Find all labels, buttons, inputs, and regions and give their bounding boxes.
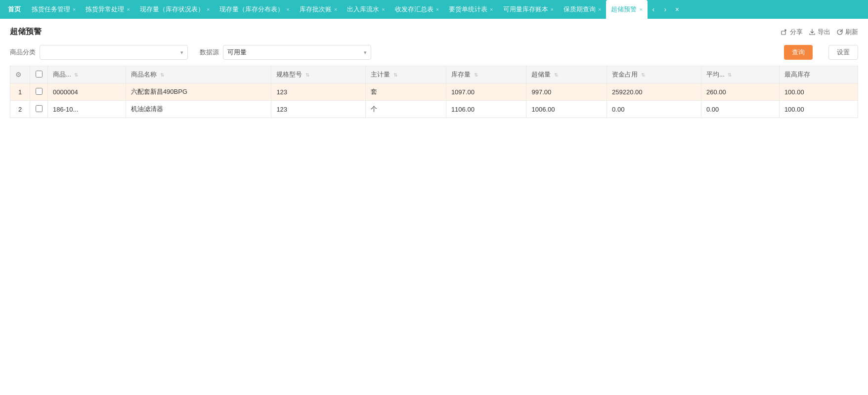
cell-name: 六配套新昌490BPG: [126, 83, 271, 101]
nav-tab-5[interactable]: 库存批次账 ×: [295, 0, 342, 19]
gear-icon[interactable]: ⚙: [15, 71, 22, 79]
close-icon[interactable]: ×: [639, 6, 642, 12]
nav-tab-9[interactable]: 可用量库存账本 ×: [498, 0, 559, 19]
export-icon: [809, 29, 816, 36]
th-code: 商品... ⇅: [48, 66, 126, 83]
share-button[interactable]: 分享: [781, 28, 803, 37]
datasource-label: 数据源: [200, 48, 219, 57]
nav-close-all[interactable]: ×: [671, 0, 683, 19]
close-icon[interactable]: ×: [286, 6, 289, 12]
cell-spec: 123: [271, 101, 366, 118]
close-icon[interactable]: ×: [598, 6, 601, 12]
cell-unit: 套: [366, 83, 446, 101]
nav-tab-10[interactable]: 保质期查询 ×: [559, 0, 606, 19]
nav-scroll-right[interactable]: ›: [659, 0, 671, 19]
nav-tab-11[interactable]: 超储预警 ×: [606, 0, 647, 19]
th-overstock: 超储量 ⇅: [526, 66, 607, 83]
cell-name: 机油滤清器: [126, 101, 271, 118]
refresh-button[interactable]: 刷新: [836, 28, 858, 37]
cell-overstock: 997.00: [526, 83, 607, 101]
close-icon[interactable]: ×: [436, 6, 439, 12]
category-filter-group: 商品分类 ▾: [10, 45, 188, 60]
row-checkbox-cell: [30, 101, 48, 118]
th-name: 商品名称 ⇅: [126, 66, 271, 83]
cell-maxstock: 100.00: [779, 83, 858, 101]
datasource-select[interactable]: 可用量 ▾: [223, 45, 371, 60]
nav-tab-2[interactable]: 拣货异常处理 ×: [81, 0, 134, 19]
chevron-down-icon: ▾: [180, 49, 183, 56]
page-title: 超储预警: [10, 27, 42, 37]
share-icon: [781, 29, 788, 36]
category-label: 商品分类: [10, 48, 36, 57]
close-icon[interactable]: ×: [207, 6, 210, 12]
sort-icon[interactable]: ⇅: [305, 72, 309, 78]
row-checkbox-cell: [30, 83, 48, 101]
th-unit: 主计量 ⇅: [366, 66, 446, 83]
nav-tab-6[interactable]: 出入库流水 ×: [342, 0, 390, 19]
filter-row: 商品分类 ▾ 数据源 可用量 ▾ 查询 设置: [10, 45, 858, 60]
header-actions: 分享 导出 刷新: [781, 28, 858, 37]
close-icon[interactable]: ×: [73, 6, 76, 12]
top-navigation: 首页 拣货任务管理 × 拣货异常处理 × 现存量（库存状况表） × 现存量（库存…: [0, 0, 868, 19]
close-icon[interactable]: ×: [127, 6, 130, 12]
close-icon[interactable]: ×: [490, 6, 493, 12]
table-row: 2 186-10... 机油滤清器 123 个 1106.00 1006.00 …: [10, 101, 858, 118]
th-maxstock: 最高库存: [779, 66, 858, 83]
sort-icon[interactable]: ⇅: [74, 72, 78, 78]
nav-tab-1[interactable]: 拣货任务管理 ×: [27, 0, 81, 19]
page-content: 超储预警 分享 导出 刷新: [0, 19, 868, 395]
nav-tab-8[interactable]: 要货单统计表 ×: [444, 0, 498, 19]
th-settings: ⚙: [10, 66, 30, 83]
nav-home[interactable]: 首页: [2, 0, 27, 19]
cell-stock: 1106.00: [446, 101, 526, 118]
cell-capital: 259220.00: [607, 83, 701, 101]
cell-stock: 1097.00: [446, 83, 526, 101]
svg-rect-0: [781, 31, 785, 35]
cell-maxstock: 100.00: [779, 101, 858, 118]
sort-icon[interactable]: ⇅: [641, 72, 645, 78]
cell-unit: 个: [366, 101, 446, 118]
sort-icon[interactable]: ⇅: [554, 72, 558, 78]
close-icon[interactable]: ×: [382, 6, 385, 12]
close-icon[interactable]: ×: [334, 6, 337, 12]
sort-icon[interactable]: ⇅: [160, 72, 164, 78]
row-index: 2: [10, 101, 30, 118]
query-button[interactable]: 查询: [784, 45, 813, 60]
sort-icon[interactable]: ⇅: [474, 72, 478, 78]
table-header: ⚙ 商品... ⇅ 商品名称 ⇅ 规格型号 ⇅ 主计量: [10, 66, 858, 83]
datasource-filter-group: 数据源 可用量 ▾: [200, 45, 371, 60]
th-checkbox: [30, 66, 48, 83]
cell-code: 0000004: [48, 83, 126, 101]
table-body: 1 0000004 六配套新昌490BPG 123 套 1097.00 997.…: [10, 83, 858, 118]
export-button[interactable]: 导出: [809, 28, 830, 37]
nav-tab-7[interactable]: 收发存汇总表 ×: [390, 0, 444, 19]
chevron-down-icon: ▾: [364, 49, 367, 56]
th-spec: 规格型号 ⇅: [271, 66, 366, 83]
cell-spec: 123: [271, 83, 366, 101]
category-select[interactable]: ▾: [40, 45, 188, 60]
row-checkbox[interactable]: [36, 88, 43, 95]
row-checkbox[interactable]: [36, 105, 43, 112]
cell-avg: 0.00: [701, 101, 780, 118]
cell-capital: 0.00: [607, 101, 701, 118]
cell-overstock: 1006.00: [526, 101, 607, 118]
nav-tab-3[interactable]: 现存量（库存状况表） ×: [135, 0, 215, 19]
table-row: 1 0000004 六配套新昌490BPG 123 套 1097.00 997.…: [10, 83, 858, 101]
sort-icon[interactable]: ⇅: [728, 72, 732, 78]
nav-scroll-left[interactable]: ‹: [648, 0, 659, 19]
th-capital: 资金占用 ⇅: [607, 66, 701, 83]
th-avg: 平均... ⇅: [701, 66, 780, 83]
nav-tab-4[interactable]: 现存量（库存分布表） ×: [215, 0, 294, 19]
row-index: 1: [10, 83, 30, 101]
page-header: 超储预警 分享 导出 刷新: [10, 27, 858, 37]
cell-avg: 260.00: [701, 83, 780, 101]
close-icon[interactable]: ×: [551, 6, 554, 12]
th-stock: 库存量 ⇅: [446, 66, 526, 83]
settings-button[interactable]: 设置: [828, 45, 858, 60]
sort-icon[interactable]: ⇅: [393, 72, 397, 78]
refresh-icon: [836, 29, 843, 36]
data-table: ⚙ 商品... ⇅ 商品名称 ⇅ 规格型号 ⇅ 主计量: [10, 66, 858, 118]
select-all-checkbox[interactable]: [36, 71, 43, 78]
cell-code: 186-10...: [48, 101, 126, 118]
